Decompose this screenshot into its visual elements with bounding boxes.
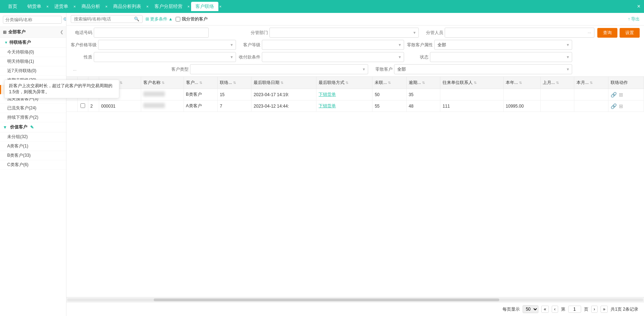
row2-link-icon[interactable]: 🔗 xyxy=(611,103,617,109)
row1-last-way-link[interactable]: 下销货单 xyxy=(319,92,336,97)
page-number-input[interactable] xyxy=(568,306,581,313)
nav-close-product-analysis[interactable]: × xyxy=(105,4,107,9)
nav-purchase-order[interactable]: 进货单 xyxy=(50,2,73,11)
nav-sales-order[interactable]: 销货单 xyxy=(23,2,46,11)
filter-gender: 性质 ▾ xyxy=(71,52,236,62)
manager-label: 分管人员 xyxy=(422,30,443,36)
sidebar-item-tomorrow[interactable]: 明天待联络(1) xyxy=(0,57,66,66)
data-table-wrapper: ⚙ # 客户编码 ⇅ xyxy=(66,77,644,297)
retail-attr-select[interactable]: 全部 ▾ xyxy=(434,40,572,50)
col-unit-contact[interactable]: 往来单位联系人 ⇅ xyxy=(440,77,504,89)
col-last-way[interactable]: 最后联络方式 ⇅ xyxy=(316,77,372,89)
retail-chevron-icon: ▾ xyxy=(567,67,569,72)
sidebar-item-churned[interactable]: 已流失客户(24) xyxy=(0,104,66,113)
nav-home[interactable]: 首页 xyxy=(4,2,22,11)
sidebar-item-b-class[interactable]: B类客户(33) xyxy=(0,151,66,160)
sidebar-item-c-class[interactable]: C类客户(6) xyxy=(0,160,66,170)
horizontal-scrollbar[interactable] xyxy=(66,297,644,302)
sidebar-item-ungrouped[interactable]: 未分组(32) xyxy=(0,132,66,142)
export-btn[interactable]: ↑ 导出 xyxy=(628,16,640,22)
row2-select-checkbox[interactable] xyxy=(80,103,85,108)
sidebar-item-7days[interactable]: 近7天待联络(0) xyxy=(0,66,66,76)
row1-link-icon[interactable]: 🔗 xyxy=(611,92,617,98)
waiting-group-header[interactable]: ▼ 待联络客户 xyxy=(0,38,66,48)
row1-grid-icon[interactable]: ⊞ xyxy=(619,92,623,98)
customer-type-select[interactable]: ▾ xyxy=(190,64,368,74)
all-customers-header[interactable]: ⊞ 全部客户 ❮ xyxy=(0,27,66,38)
value-group-header[interactable]: ▼ 价值客户 ✎ xyxy=(0,122,66,132)
col-overdue[interactable]: 逾期... ⇅ xyxy=(406,77,440,89)
next-page-btn[interactable]: › xyxy=(591,306,598,313)
payment-select[interactable]: ▾ xyxy=(262,52,404,62)
row1-last-way[interactable]: 下销货单 xyxy=(316,89,372,100)
main-search-input[interactable] xyxy=(74,16,134,22)
row2-last-date: 2023-04-12 14:44: xyxy=(251,100,316,112)
more-filters-btn[interactable]: ... xyxy=(71,66,79,72)
price-grade-select[interactable]: ▾ xyxy=(98,40,236,50)
manager-select[interactable]: ··· xyxy=(445,28,594,38)
phone-input[interactable] xyxy=(94,28,209,38)
total-records: 共1页 2条记录 xyxy=(611,306,638,312)
col-code-sort-icon: ⇅ xyxy=(120,81,122,85)
last-page-btn[interactable]: » xyxy=(601,306,608,313)
nav-close-contact[interactable]: × xyxy=(219,4,221,9)
col-this-year[interactable]: 本年... ⇅ xyxy=(504,77,541,89)
nav-product-analysis[interactable]: 商品分析 xyxy=(77,2,105,11)
row2-last-way[interactable]: 下销货单 xyxy=(316,100,372,112)
sidebar-search-icon[interactable]: 🔍 xyxy=(63,17,66,22)
col-last-month[interactable]: 上月... ⇅ xyxy=(540,77,574,89)
row2-grid-icon[interactable]: ⊞ xyxy=(619,103,623,109)
nav-product-list[interactable]: 商品分析列表 xyxy=(109,2,145,11)
row2-last-way-link[interactable]: 下销货单 xyxy=(319,103,336,108)
row1-uncontact: 50 xyxy=(372,89,406,100)
query-button[interactable]: 查询 xyxy=(597,28,617,38)
scrollbar-track[interactable] xyxy=(67,298,643,301)
my-customers-checkbox[interactable] xyxy=(176,17,180,22)
col-this-month[interactable]: 本月... ⇅ xyxy=(574,77,608,89)
col-uncontact[interactable]: 未联... ⇅ xyxy=(372,77,406,89)
scrollbar-thumb[interactable] xyxy=(154,298,499,301)
nav-close-product-list[interactable]: × xyxy=(146,4,148,9)
prev-page-btn[interactable]: ‹ xyxy=(552,306,558,313)
customer-grade-label: 客户等级 xyxy=(239,42,260,48)
customer-grade-select[interactable]: ▾ xyxy=(262,40,404,50)
settings-button[interactable]: 设置 xyxy=(620,28,640,38)
main-search-icon[interactable]: 🔍 xyxy=(134,16,139,22)
row1-last-month xyxy=(540,89,574,100)
first-page-btn[interactable]: « xyxy=(541,306,549,313)
nav-close-segment[interactable]: × xyxy=(187,4,190,9)
row2-this-year: 10995.00 xyxy=(504,100,541,112)
value-edit-icon[interactable]: ✎ xyxy=(30,125,34,130)
export-label: 导出 xyxy=(631,16,640,22)
dept-select[interactable]: ▾ xyxy=(269,28,419,38)
retail-select[interactable]: 全部 ▾ xyxy=(394,64,572,74)
sidebar-item-today[interactable]: 今天待联络(0) xyxy=(0,48,66,57)
sidebar-collapse-btn[interactable]: ❮ xyxy=(60,30,63,34)
gender-select[interactable]: ▾ xyxy=(94,52,236,62)
customer-grade-chevron-icon: ▾ xyxy=(399,42,401,47)
sidebar-search-input[interactable] xyxy=(3,16,62,24)
nav-customer-segment[interactable]: 客户分层经营 xyxy=(150,2,187,11)
price-grade-chevron-icon: ▾ xyxy=(231,42,233,47)
more-conditions-btn[interactable]: ⊞ 更多条件 ▲ xyxy=(145,16,173,22)
nav-close-purchase[interactable]: × xyxy=(73,4,75,9)
col-type-sort-icon: ⇅ xyxy=(199,81,202,85)
gender-label: 性质 xyxy=(71,54,92,60)
col-type-label: 客户... xyxy=(186,80,198,86)
sidebar-item-declining[interactable]: 持续下滑客户(2) xyxy=(0,113,66,122)
sidebar-item-a-class[interactable]: A类客户(1) xyxy=(0,142,66,151)
status-select[interactable]: ▾ xyxy=(430,52,572,62)
col-last-date[interactable]: 最后联络日期 ⇅ xyxy=(251,77,316,89)
filter-rows: 电话号码 分管部门 ▾ 分管人员 ··· xyxy=(66,25,644,77)
per-page-select[interactable]: 50 xyxy=(523,305,538,313)
nav-close-sales[interactable]: × xyxy=(46,4,48,9)
nav-customer-contact[interactable]: 客户联络 xyxy=(191,2,218,11)
more-conditions-label: 更多条件 xyxy=(150,16,167,22)
col-contact[interactable]: 联络... ⇅ xyxy=(217,77,251,89)
status-label: 状态 xyxy=(407,54,428,60)
col-type[interactable]: 客户... ⇅ xyxy=(184,77,217,89)
data-table: ⚙ # 客户编码 ⇅ xyxy=(66,77,644,112)
col-name-label: 客户名称 xyxy=(143,80,161,86)
col-name[interactable]: 客户名称 ⇅ xyxy=(141,77,184,89)
nav-close-window[interactable]: × xyxy=(637,3,640,10)
